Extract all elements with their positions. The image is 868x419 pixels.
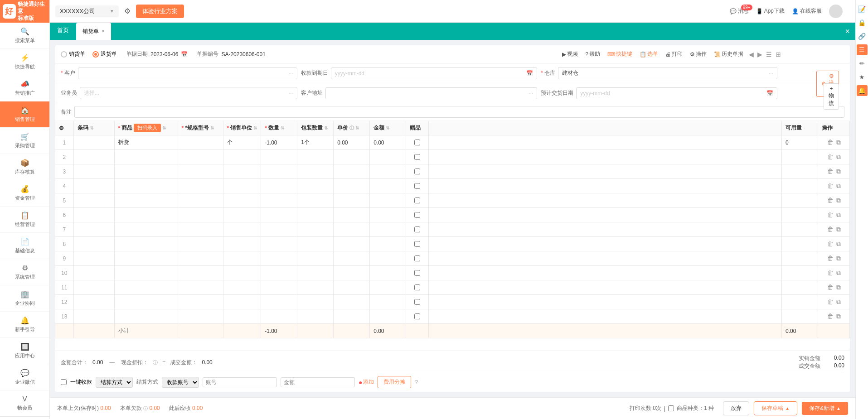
cell-product-9[interactable] — [114, 266, 178, 280]
radio-sales-order[interactable]: 销货单 — [61, 50, 85, 58]
sort-icon-pkg[interactable]: ⇅ — [324, 125, 328, 130]
note-input[interactable] — [74, 106, 844, 118]
cell-note-9[interactable] — [429, 266, 782, 280]
cell-product-3[interactable] — [114, 179, 178, 193]
right-panel-link-icon[interactable]: 🔗 — [857, 31, 868, 42]
sidebar-item-enterprise[interactable]: 🏢企业协同 — [0, 285, 49, 312]
sort-icon-spec[interactable]: ⇅ — [210, 125, 214, 130]
cell-barcode-5[interactable] — [73, 208, 114, 222]
cell-product-8[interactable] — [114, 251, 178, 266]
add-row-btn[interactable]: ● 添加 — [359, 378, 374, 386]
user-avatar[interactable] — [829, 5, 843, 18]
cell-qty-2[interactable] — [261, 164, 297, 179]
cell-price-9[interactable] — [334, 266, 370, 280]
cell-spec-11[interactable] — [178, 295, 223, 309]
cell-pkg-10[interactable] — [297, 280, 334, 295]
right-panel-note-icon[interactable]: ✏ — [857, 58, 868, 69]
settlement-method-select[interactable]: 结算方式 — [96, 377, 133, 388]
sidebar-item-marketing[interactable]: 📣营销推广 — [0, 75, 49, 101]
cell-price-8[interactable] — [334, 251, 370, 266]
cell-gift-8[interactable] — [406, 251, 429, 266]
cell-spec-7[interactable] — [178, 237, 223, 251]
grid-view-btn[interactable]: ⊞ — [775, 50, 782, 59]
cell-qty-10[interactable] — [261, 280, 297, 295]
operation-btn[interactable]: ⚙ 操作 — [687, 49, 709, 59]
sort-icon-qty[interactable]: ⇅ — [281, 125, 284, 130]
delete-icon-3[interactable]: 🗑 — [827, 182, 834, 190]
cell-note-6[interactable] — [429, 222, 782, 237]
cell-spec-4[interactable] — [178, 193, 223, 208]
copy-icon-1[interactable]: ⧉ — [836, 153, 841, 161]
sort-icon-product[interactable]: ⇅ — [162, 125, 166, 130]
cell-gift-0[interactable] — [406, 135, 429, 150]
delete-icon-10[interactable]: 🗑 — [827, 284, 834, 291]
sidebar-item-appstore[interactable]: 🔲应用中心 — [0, 338, 49, 364]
salesperson-input[interactable]: 选择... ··· — [80, 87, 297, 99]
cell-barcode-12[interactable] — [73, 309, 114, 324]
cell-gift-1[interactable] — [406, 150, 429, 164]
cell-unit-7[interactable] — [223, 237, 261, 251]
cell-gift-7[interactable] — [406, 237, 429, 251]
sidebar-item-operations[interactable]: 📋经营管理 — [0, 207, 49, 233]
sidebar-item-sales[interactable]: 🏠销售管理 — [0, 101, 49, 128]
delete-icon-6[interactable]: 🗑 — [827, 226, 834, 233]
cell-product-1[interactable] — [114, 150, 178, 164]
customer-address-input[interactable]: ··· — [325, 87, 538, 99]
cell-spec-5[interactable] — [178, 208, 223, 222]
th-settings[interactable]: ⚙ — [55, 121, 73, 135]
message-btn[interactable]: 💬 消息 99+ — [730, 7, 749, 15]
cell-qty-3[interactable] — [261, 179, 297, 193]
cell-barcode-0[interactable] — [73, 135, 114, 150]
cell-unit-8[interactable] — [223, 251, 261, 266]
print-btn[interactable]: 🖨 打印 — [663, 49, 685, 59]
copy-icon-3[interactable]: ⧉ — [836, 182, 841, 190]
cell-spec-6[interactable] — [178, 222, 223, 237]
cell-barcode-6[interactable] — [73, 222, 114, 237]
customer-input[interactable]: ··· — [78, 67, 297, 79]
copy-icon-5[interactable]: ⧉ — [836, 211, 841, 219]
prev-btn[interactable]: ◀ — [748, 50, 755, 59]
cell-price-3[interactable] — [334, 179, 370, 193]
cell-pkg-4[interactable] — [297, 193, 334, 208]
delete-icon-4[interactable]: 🗑 — [827, 197, 834, 204]
cell-pkg-0[interactable]: 1个 — [297, 135, 334, 150]
logistics-btn[interactable]: + 物流 — [824, 83, 839, 110]
cell-amount-9[interactable] — [370, 266, 406, 280]
sort-icon-barcode[interactable]: ⇅ — [90, 125, 93, 130]
app-download-btn[interactable]: 📱 App下载 — [756, 7, 785, 15]
cell-spec-9[interactable] — [178, 266, 223, 280]
delete-icon-9[interactable]: 🗑 — [827, 269, 834, 277]
cell-qty-0[interactable]: -1.00 — [261, 135, 297, 150]
account-select[interactable]: 收款账号 — [162, 377, 199, 388]
list-view-btn[interactable]: ☰ — [765, 50, 773, 59]
sidebar-item-inventory[interactable]: 📦库存核算 — [0, 154, 49, 180]
tab-sales-order[interactable]: 销货单 × — [76, 23, 111, 40]
cell-barcode-9[interactable] — [73, 266, 114, 280]
cell-pkg-2[interactable] — [297, 164, 334, 179]
cell-amount-12[interactable] — [370, 309, 406, 324]
cell-pkg-12[interactable] — [297, 309, 334, 324]
right-panel-edit-icon[interactable]: 📝 — [857, 4, 868, 14]
cell-amount-4[interactable] — [370, 193, 406, 208]
cell-product-5[interactable] — [114, 208, 178, 222]
feny-btn[interactable]: 费用分摊 — [378, 376, 411, 388]
sidebar-item-basic[interactable]: 📄基础信息 — [0, 233, 49, 259]
cell-amount-1[interactable] — [370, 150, 406, 164]
radio-return-order[interactable]: 退货单 — [92, 50, 117, 58]
cell-product-6[interactable] — [114, 222, 178, 237]
copy-icon-10[interactable]: ⧉ — [836, 284, 841, 291]
cell-price-1[interactable] — [334, 150, 370, 164]
delete-icon-5[interactable]: 🗑 — [827, 211, 834, 219]
copy-icon-8[interactable]: ⧉ — [836, 255, 841, 262]
cell-qty-4[interactable] — [261, 193, 297, 208]
cell-barcode-2[interactable] — [73, 164, 114, 179]
cell-unit-6[interactable] — [223, 222, 261, 237]
cell-price-12[interactable] — [334, 309, 370, 324]
cell-spec-12[interactable] — [178, 309, 223, 324]
cell-gift-12[interactable] — [406, 309, 429, 324]
cell-qty-9[interactable] — [261, 266, 297, 280]
cell-qty-12[interactable] — [261, 309, 297, 324]
expected-date-input[interactable]: yyyy-mm-dd 📅 — [576, 87, 777, 99]
cell-barcode-1[interactable] — [73, 150, 114, 164]
cell-unit-4[interactable] — [223, 193, 261, 208]
